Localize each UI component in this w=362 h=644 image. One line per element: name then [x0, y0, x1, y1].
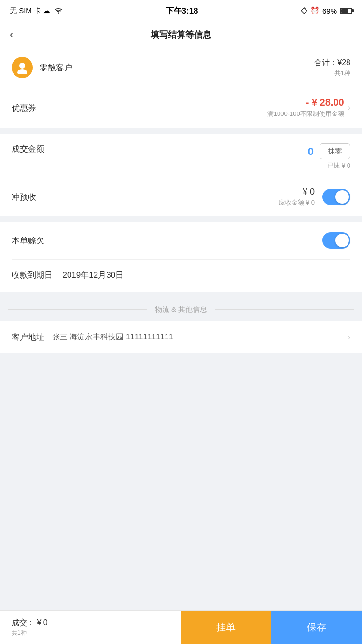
- due-date-row: 收款到期日 2019年12月30日: [12, 259, 350, 292]
- address-chevron-icon: ›: [348, 333, 350, 342]
- bottom-deal-label: 成交：: [12, 618, 35, 627]
- status-left: 无 SIM 卡 ☁: [10, 6, 63, 15]
- location-icon: [301, 7, 307, 14]
- customer-left: 零散客户: [12, 57, 72, 78]
- alarm-icon: ⏰: [310, 6, 320, 15]
- credit-label: 本单赊欠: [12, 235, 44, 246]
- bottom-count: 共1种: [12, 629, 169, 637]
- bottom-actions: 挂单 保存: [181, 611, 362, 644]
- empty-space: [0, 353, 362, 479]
- pre-receipt-section: 冲预收 ¥ 0 应收金额 ¥ 0: [0, 178, 362, 216]
- section-divider-2: [0, 216, 362, 222]
- bottom-deal: 成交： ¥ 0: [12, 618, 169, 628]
- deal-amount-row: 成交金额 0 抹零: [12, 134, 350, 161]
- logistics-text: 物流 & 其他信息: [155, 305, 207, 314]
- pre-receipt-row: 冲预收 ¥ 0 应收金额 ¥ 0: [12, 178, 350, 216]
- customer-right: 合计：¥28 共1种: [314, 58, 350, 78]
- customer-name: 零散客户: [40, 62, 72, 73]
- due-date-value: 2019年12月30日: [62, 270, 124, 280]
- customer-avatar: [12, 57, 33, 78]
- section-divider-3: [0, 292, 362, 298]
- deal-amount-section: 成交金额 0 抹零 已抹 ¥ 0: [0, 134, 362, 178]
- customer-count: 共1种: [314, 69, 350, 78]
- round-off-button[interactable]: 抹零: [320, 143, 350, 159]
- status-bar: 无 SIM 卡 ☁ 下午3:18 ⏰ 69%: [0, 0, 362, 21]
- pre-receipt-right: ¥ 0 应收金额 ¥ 0: [279, 187, 315, 207]
- sim-text: 无 SIM 卡 ☁: [10, 6, 50, 15]
- deal-amount-value: 0: [308, 145, 314, 158]
- coupon-row[interactable]: 优惠券 - ¥ 28.00 满1000-100不限制使用金额 ›: [12, 87, 350, 128]
- section-divider-1: [0, 128, 362, 134]
- coupon-description: 满1000-100不限制使用金额: [267, 110, 344, 118]
- customer-row: 零散客户 合计：¥28 共1种: [12, 48, 350, 87]
- pre-receipt-toggle[interactable]: [322, 189, 350, 205]
- bottom-deal-amount: ¥ 0: [37, 618, 47, 627]
- svg-point-1: [17, 69, 27, 74]
- address-value: 张三 海淀永丰科技园 11111111111: [52, 332, 348, 342]
- coupon-section: 优惠券 - ¥ 28.00 满1000-100不限制使用金额 ›: [0, 87, 362, 128]
- deal-right: 0 抹零: [308, 143, 350, 159]
- address-content: 客户地址 张三 海淀永丰科技园 11111111111: [12, 332, 348, 343]
- hang-button[interactable]: 挂单: [181, 611, 271, 644]
- page-title: 填写结算等信息: [151, 29, 211, 41]
- address-label: 客户地址: [12, 332, 44, 343]
- customer-section: 零散客户 合计：¥28 共1种: [0, 48, 362, 87]
- wifi-icon: [54, 7, 63, 14]
- pre-receipt-amount: ¥ 0: [279, 187, 315, 197]
- bottom-info: 成交： ¥ 0 共1种: [0, 618, 181, 637]
- address-section: 客户地址 张三 海淀永丰科技园 11111111111 ›: [0, 321, 362, 353]
- address-row[interactable]: 客户地址 张三 海淀永丰科技园 11111111111 ›: [12, 321, 350, 353]
- coupon-amount: - ¥ 28.00: [267, 97, 344, 108]
- credit-row: 本单赊欠: [12, 222, 350, 259]
- save-button[interactable]: 保存: [271, 611, 362, 644]
- credit-toggle[interactable]: [322, 232, 350, 249]
- status-right: ⏰ 69%: [301, 6, 352, 15]
- battery-icon: [340, 8, 352, 14]
- credit-section: 本单赊欠 收款到期日 2019年12月30日: [0, 222, 362, 292]
- coupon-chevron-icon: ›: [348, 103, 350, 112]
- pre-receipt-sub: 应收金额 ¥ 0: [279, 198, 315, 207]
- bottom-bar: 成交： ¥ 0 共1种 挂单 保存: [0, 610, 362, 644]
- battery-text: 69%: [322, 7, 337, 15]
- due-date-label: 收款到期日: [12, 270, 53, 280]
- back-button[interactable]: ‹: [10, 28, 13, 41]
- pre-receipt-label: 冲预收: [12, 192, 36, 203]
- deal-sub-text: 已抹 ¥ 0: [12, 161, 350, 178]
- deal-amount-label: 成交金额: [12, 143, 44, 154]
- logistics-line-left: [8, 309, 147, 310]
- customer-total: 合计：¥28: [314, 58, 350, 68]
- user-icon: [15, 61, 29, 74]
- coupon-label: 优惠券: [12, 102, 36, 113]
- status-time: 下午3:18: [166, 5, 198, 16]
- nav-bar: ‹ 填写结算等信息: [0, 21, 362, 48]
- logistics-line-right: [215, 309, 354, 310]
- logistics-divider: 物流 & 其他信息: [0, 298, 362, 321]
- svg-point-0: [19, 63, 25, 69]
